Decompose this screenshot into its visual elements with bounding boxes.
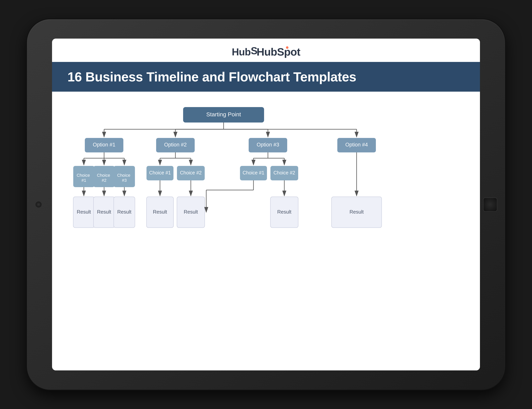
hubspot-logo: Hub o S	[232, 46, 257, 58]
choice1-opt3-label: Choice #1	[243, 170, 264, 175]
logo-p-text: p	[284, 46, 290, 58]
page-title: 16 Business Timeline and Flowchart Templ…	[67, 69, 356, 84]
flowchart-area: Starting Point Option #1	[52, 92, 480, 371]
option4-label: Option #4	[345, 142, 368, 148]
option2-label: Option #2	[164, 142, 187, 148]
logo-hub: Hub	[232, 46, 251, 58]
result1-opt2-label: Result	[153, 209, 167, 215]
choice2-opt2-label: Choice #2	[180, 170, 202, 175]
option1-label: Option #1	[93, 142, 115, 148]
result2-opt1-label: Result	[97, 209, 111, 215]
flowchart-svg: Starting Point Option #1	[63, 101, 469, 329]
logo-header: Hub o S Hub S p ot	[52, 38, 480, 62]
choice1-opt2-label: Choice #1	[149, 170, 171, 175]
starting-point-label: Starting Point	[206, 111, 241, 118]
hubspot-logo-full: Hub S p ot	[257, 46, 300, 58]
tablet-device: Hub o S Hub S p ot	[27, 19, 505, 390]
choice2-opt3-label: Choice #2	[273, 170, 295, 175]
title-banner: 16 Business Timeline and Flowchart Templ…	[52, 62, 480, 92]
result1-opt1-label: Result	[77, 209, 91, 215]
logo-ot-text: ot	[290, 46, 300, 58]
result1-opt4-label: Result	[350, 209, 364, 215]
result3-opt1-label: Result	[117, 209, 131, 215]
logo-hub-text: Hub	[257, 46, 277, 58]
result2-opt2-label: Result	[184, 209, 198, 215]
logo-orange-dot	[286, 46, 289, 49]
logo-spot-o: o S	[251, 46, 257, 58]
option3-label: Option #3	[257, 142, 279, 148]
logo-s-text: S	[277, 46, 284, 58]
svg-text:S: S	[251, 46, 257, 56]
result1-opt3-label: Result	[277, 209, 291, 215]
screen: Hub o S Hub S p ot	[52, 38, 480, 371]
